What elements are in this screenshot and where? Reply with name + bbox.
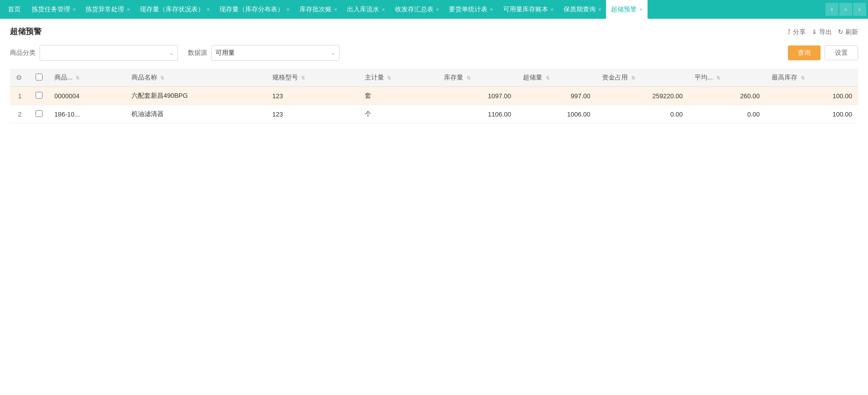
nav-tab-5[interactable]: 出入库流水 × [342,0,390,19]
filter-right-actions: 查询 设置 [788,45,858,60]
datasource-filter-group: 数据源 可用量 ⌄ [188,45,340,61]
close-tab-9[interactable]: × [598,6,601,12]
page-content: 超储预警 ⤴ 分享 ⇓ 导出 ↻ 刷新 商品分类 ⌄ 数据源 [0,19,868,131]
data-table: ⚙ 商品... ⇅ 商品名称 ⇅ 规格型号 ⇅ 主计量 [10,69,858,123]
table-header-row: ⚙ 商品... ⇅ 商品名称 ⇅ 规格型号 ⇅ 主计量 [10,69,858,87]
nav-tab-10[interactable]: 超储预警 × [606,0,647,19]
sort-icon-over: ⇅ [546,75,550,80]
export-button[interactable]: ⇓ 导出 [812,28,832,37]
header-actions: ⤴ 分享 ⇓ 导出 ↻ 刷新 [787,28,858,37]
close-tab-3[interactable]: × [286,6,289,12]
select-all-checkbox[interactable] [36,74,43,80]
cell-name-1: 机油滤清器 [126,105,266,123]
sort-icon-stock: ⇅ [467,75,471,80]
export-icon: ⇓ [812,28,817,36]
nav-expand-button[interactable]: › [853,3,866,16]
th-capital[interactable]: 资金占用 ⇅ [596,69,689,87]
datasource-select[interactable]: 可用量 ⌄ [211,45,340,61]
th-avg[interactable]: 平均... ⇅ [689,69,766,87]
th-over[interactable]: 超储量 ⇅ [517,69,596,87]
th-spec[interactable]: 规格型号 ⇅ [266,69,359,87]
close-tab-8[interactable]: × [551,6,554,12]
close-tab-4[interactable]: × [334,6,337,12]
settings-button[interactable]: 设置 [825,45,858,60]
close-tab-2[interactable]: × [207,6,210,12]
sort-icon-code: ⇅ [76,75,80,80]
sort-icon-name: ⇅ [160,75,164,80]
th-max[interactable]: 最高库存 ⇅ [766,69,858,87]
nav-arrows: ‹ › › [825,3,866,16]
cell-name-0: 六配套新昌490BPG [126,87,266,105]
th-name[interactable]: 商品名称 ⇅ [126,69,266,87]
nav-prev-button[interactable]: ‹ [825,3,838,16]
close-tab-10[interactable]: × [639,6,642,12]
cell-index-1: 2 [10,105,30,123]
sort-icon-spec: ⇅ [301,75,305,80]
close-tab-0[interactable]: × [73,6,76,12]
filter-bar: 商品分类 ⌄ 数据源 可用量 ⌄ 查询 设置 [10,45,858,61]
cell-stock-0: 1097.00 [438,87,517,105]
cell-spec-0: 123 [266,87,359,105]
cell-unit-1: 个 [359,105,438,123]
nav-tab-9[interactable]: 保质期查询 × [559,0,606,19]
cell-max-1: 100.00 [766,105,858,123]
refresh-button[interactable]: ↻ 刷新 [838,28,858,37]
th-gear[interactable]: ⚙ [10,69,30,87]
cell-capital-1: 0.00 [596,105,689,123]
category-select[interactable]: ⌄ [40,45,178,61]
cell-over-1: 1006.00 [517,105,596,123]
query-button[interactable]: 查询 [788,45,821,60]
th-unit[interactable]: 主计量 ⇅ [359,69,438,87]
category-label: 商品分类 [10,48,36,57]
nav-tab-1[interactable]: 拣货异常处理 × [81,0,134,19]
nav-tab-0[interactable]: 拣货任务管理 × [27,0,81,19]
cell-stock-1: 1106.00 [438,105,517,123]
cell-code-0: 0000004 [48,87,126,105]
category-filter-group: 商品分类 ⌄ [10,45,178,61]
page-title: 超储预警 [10,27,42,37]
nav-tab-8[interactable]: 可用量库存账本 × [498,0,559,19]
category-arrow-icon: ⌄ [169,50,174,56]
page-header: 超储预警 ⤴ 分享 ⇓ 导出 ↻ 刷新 [10,27,858,37]
datasource-label: 数据源 [188,48,207,57]
table-row: 1 0000004 六配套新昌490BPG 123 套 1097.00 997.… [10,87,858,105]
th-checkbox[interactable] [30,69,48,87]
cell-code-1: 186-10... [48,105,126,123]
nav-tab-3[interactable]: 现存量（库存分布表） × [215,0,294,19]
cell-unit-0: 套 [359,87,438,105]
th-stock[interactable]: 库存量 ⇅ [438,69,517,87]
close-tab-7[interactable]: × [490,6,493,12]
nav-tab-7[interactable]: 要货单统计表 × [444,0,498,19]
sort-icon-unit: ⇅ [387,75,391,80]
sort-icon-avg: ⇅ [716,75,720,80]
cell-over-0: 997.00 [517,87,596,105]
nav-tab-2[interactable]: 现存量（库存状况表） × [135,0,215,19]
nav-next-button[interactable]: › [839,3,852,16]
cell-avg-0: 260.00 [689,87,766,105]
sort-icon-max: ⇅ [801,75,805,80]
share-button[interactable]: ⤴ 分享 [787,28,806,37]
close-tab-1[interactable]: × [127,6,130,12]
sort-icon-capital: ⇅ [631,75,635,80]
nav-home[interactable]: 首页 [2,0,27,19]
datasource-value: 可用量 [216,48,235,57]
nav-tab-6[interactable]: 收发存汇总表 × [390,0,444,19]
th-code[interactable]: 商品... ⇅ [48,69,126,87]
refresh-icon: ↻ [838,28,843,36]
share-icon: ⤴ [787,28,791,36]
table-body: 1 0000004 六配套新昌490BPG 123 套 1097.00 997.… [10,87,858,123]
close-tab-5[interactable]: × [382,6,385,12]
close-tab-6[interactable]: × [436,6,439,12]
cell-capital-0: 259220.00 [596,87,689,105]
row-checkbox-0[interactable] [36,92,43,99]
cell-spec-1: 123 [266,105,359,123]
gear-icon: ⚙ [16,74,22,81]
top-navigation: 首页 拣货任务管理 × 拣货异常处理 × 现存量（库存状况表） × 现存量（库存… [0,0,868,19]
cell-max-0: 100.00 [766,87,858,105]
table-row: 2 186-10... 机油滤清器 123 个 1106.00 1006.00 … [10,105,858,123]
nav-tab-4[interactable]: 库存批次账 × [295,0,342,19]
row-checkbox-1[interactable] [36,110,43,117]
cell-cb-0[interactable] [30,87,48,105]
cell-cb-1[interactable] [30,105,48,123]
cell-index-0: 1 [10,87,30,105]
